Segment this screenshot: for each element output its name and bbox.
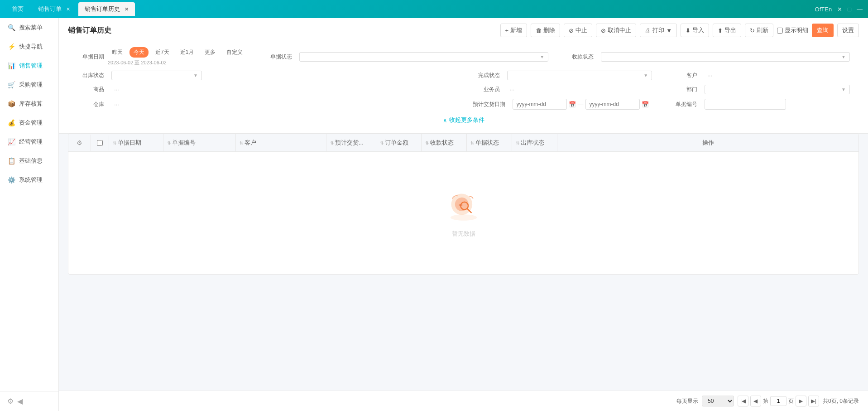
tab-home[interactable]: 首页 <box>5 2 30 16</box>
cancel-stop-icon: ⊘ <box>601 27 606 34</box>
th-operation: 操作 <box>557 134 858 151</box>
print-arrow-icon: ▼ <box>666 27 672 34</box>
date-filter-label: 单据日期 <box>77 53 104 61</box>
first-page-btn[interactable]: |◀ <box>738 396 748 406</box>
sidebar-item-purchase-mgmt[interactable]: 🛒 采购管理 <box>0 75 58 94</box>
sidebar-item-finance[interactable]: 💰 资金管理 <box>0 113 58 132</box>
tab-sales-order[interactable]: 销售订单 ✕ <box>32 2 77 16</box>
goods-dots[interactable]: ··· <box>111 85 122 94</box>
refresh-button[interactable]: ↻ 刷新 <box>745 24 773 37</box>
export-button[interactable]: ⬆ 导出 <box>713 24 741 37</box>
sidebar-item-basic-info-label: 基础信息 <box>19 157 43 165</box>
delivery-date-from-cal-icon[interactable]: 📅 <box>569 101 576 108</box>
th-collect-sort-icon[interactable]: ⇅ <box>425 140 429 145</box>
new-button[interactable]: + 新增 <box>500 24 528 37</box>
th-collect-label: 收款状态 <box>430 139 454 147</box>
collapse-label: 收起更多条件 <box>449 116 484 124</box>
sidebar-item-quick-nav[interactable]: ⚡ 快捷导航 <box>0 37 58 56</box>
sidebar-item-inventory[interactable]: 📦 库存核算 <box>0 94 58 113</box>
complete-select[interactable]: ▼ <box>507 71 652 80</box>
select-all-checkbox[interactable] <box>97 140 103 146</box>
date-1month-btn[interactable]: 近1月 <box>176 47 198 58</box>
sidebar-item-basic-info[interactable]: 📋 基础信息 <box>0 151 58 170</box>
show-detail-checkbox-wrapper[interactable]: 显示明细 <box>777 26 808 34</box>
export-icon: ⬆ <box>718 27 723 34</box>
customer-dots[interactable]: ··· <box>705 71 715 80</box>
th-customer-label: 客户 <box>245 139 256 147</box>
print-button[interactable]: 🖨 打印 ▼ <box>640 24 677 37</box>
refresh-icon: ↻ <box>750 27 755 34</box>
th-out-sort-icon[interactable]: ⇅ <box>516 140 519 145</box>
th-status-sort-icon[interactable]: ⇅ <box>470 140 474 145</box>
date-today-btn[interactable]: 今天 <box>129 47 149 58</box>
collapse-more-btn[interactable]: ∧ 收起更多条件 <box>77 114 850 128</box>
last-page-btn[interactable]: ▶| <box>808 396 819 406</box>
collect-select[interactable]: ▼ <box>601 52 850 62</box>
page-number-input[interactable] <box>770 396 786 406</box>
sidebar-item-sales-mgmt-label: 销售管理 <box>19 62 43 70</box>
sidebar-item-sales-mgmt[interactable]: 📊 销售管理 <box>0 56 58 75</box>
purchase-mgmt-icon: 🛒 <box>7 81 15 89</box>
settings-button[interactable]: 设置 <box>837 24 859 37</box>
delivery-date-to-cal-icon[interactable]: 📅 <box>642 101 649 108</box>
stop-button[interactable]: ⊘ 中止 <box>564 24 592 37</box>
query-button[interactable]: 查询 <box>812 24 834 37</box>
date-yesterday-btn[interactable]: 昨天 <box>108 47 127 58</box>
export-label: 导出 <box>724 26 736 34</box>
page-header: 销售订单历史 + 新增 🗑 删除 ⊘ 中止 ⊘ <box>59 18 868 134</box>
delivery-date-pair: 📅 — 📅 <box>513 99 649 110</box>
sidebar-item-search-menu[interactable]: 🔍 搜索菜单 <box>0 18 58 37</box>
th-date: ⇅ 单据日期 <box>109 134 163 151</box>
delete-icon: 🗑 <box>536 27 542 34</box>
warehouse-dots[interactable]: ··· <box>111 100 122 109</box>
sidebar-settings-icon[interactable]: ⚙ <box>7 397 14 406</box>
th-no-sort-icon[interactable]: ⇅ <box>167 140 171 145</box>
top-maximize-icon[interactable]: □ <box>848 6 851 13</box>
often-label: OfTEn <box>815 6 832 13</box>
th-customer-sort-icon[interactable]: ⇅ <box>240 140 243 145</box>
date-7days-btn[interactable]: 近7天 <box>151 47 173 58</box>
th-delivery-sort-icon[interactable]: ⇅ <box>330 140 334 145</box>
date-range-text: 2023-06-02 至 2023-06-02 <box>108 59 247 66</box>
sidebar-item-operations[interactable]: 📈 经营管理 <box>0 132 58 151</box>
table-settings-icon[interactable]: ⚙ <box>77 139 82 146</box>
date-custom-btn[interactable]: 自定义 <box>222 47 247 58</box>
top-close-icon[interactable]: ✕ <box>837 6 842 13</box>
th-date-sort-icon[interactable]: ⇅ <box>113 140 116 145</box>
status-select[interactable]: ▼ <box>299 52 548 62</box>
sidebar-collapse-icon[interactable]: ◀ <box>17 397 23 406</box>
delivery-date-from-input[interactable] <box>513 99 567 110</box>
order-no-label: 单据编号 <box>670 101 697 108</box>
stop-label: 中止 <box>575 26 587 34</box>
delete-button[interactable]: 🗑 删除 <box>531 24 560 37</box>
table-area: ⚙ ⇅ 单据日期 ⇅ 单据编号 ⇅ 客户 <box>59 134 868 391</box>
out-status-select[interactable]: ▼ <box>111 71 202 80</box>
svg-point-0 <box>450 214 476 220</box>
tab-sales-history[interactable]: 销售订单历史 ✕ <box>78 2 135 16</box>
filter-row-3: 商品 ··· 业务员 ··· 部门 ▼ <box>77 85 850 94</box>
th-amount-sort-icon[interactable]: ⇅ <box>380 140 384 145</box>
page-size-select[interactable]: 10 20 50 100 <box>702 396 734 406</box>
tab-sales-history-close[interactable]: ✕ <box>125 6 129 12</box>
dept-select[interactable]: ▼ <box>705 85 850 94</box>
th-amount: ⇅ 订单金额 <box>376 134 422 151</box>
sidebar-item-system[interactable]: ⚙️ 系统管理 <box>0 170 58 189</box>
top-minimize-icon[interactable]: — <box>857 6 863 13</box>
order-no-input[interactable] <box>705 99 786 110</box>
finance-icon: 💰 <box>7 119 15 127</box>
next-page-btn[interactable]: ▶ <box>796 396 806 406</box>
import-button[interactable]: ⬇ 导入 <box>681 24 709 37</box>
customer-filter-field: 客户 ··· <box>670 71 850 80</box>
cancel-stop-button[interactable]: ⊘ 取消中止 <box>596 24 636 37</box>
th-no-label: 单据编号 <box>172 139 196 147</box>
salesman-dots[interactable]: ··· <box>507 85 518 94</box>
delivery-date-to-input[interactable] <box>585 99 640 110</box>
th-status: ⇅ 单据状态 <box>467 134 512 151</box>
prev-page-btn[interactable]: ◀ <box>750 396 761 406</box>
new-label: 新增 <box>510 26 522 34</box>
show-detail-checkbox[interactable] <box>777 28 783 34</box>
out-status-field: 出库状态 ▼ <box>77 71 455 80</box>
salesman-field: 业务员 ··· <box>473 85 652 94</box>
tab-sales-order-close[interactable]: ✕ <box>66 6 70 12</box>
date-more-btn[interactable]: 更多 <box>201 47 220 58</box>
